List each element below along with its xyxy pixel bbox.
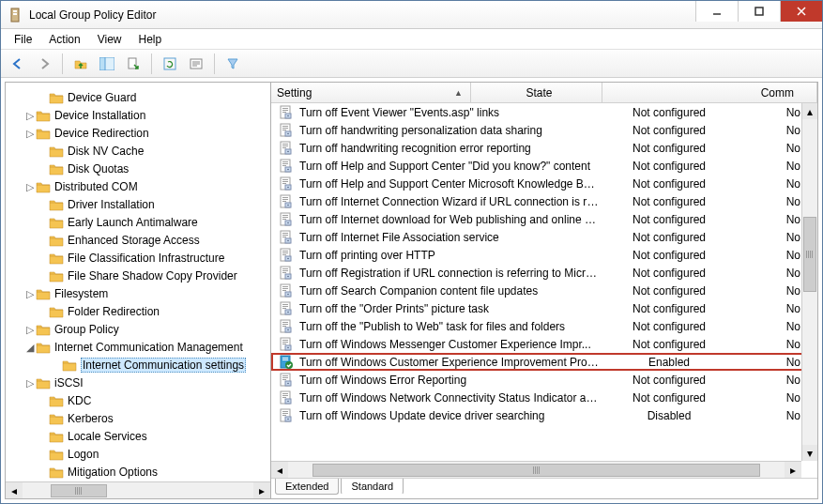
setting-state: Not configured xyxy=(600,374,731,387)
tree-item[interactable]: ▷Distributed COM xyxy=(6,177,270,195)
grid-row[interactable]: Turn off Event Viewer "Events.asp" links… xyxy=(271,103,817,121)
svg-rect-116 xyxy=(282,411,288,412)
tree-item[interactable]: ▷Filesystem xyxy=(6,284,270,302)
expand-toggle[interactable]: ▷ xyxy=(24,181,36,192)
back-button[interactable] xyxy=(7,53,29,75)
column-header-setting[interactable]: Setting▲ xyxy=(271,83,471,102)
tree-item[interactable]: KDC xyxy=(6,391,270,409)
grid-row[interactable]: Turn off the "Publish to Web" task for f… xyxy=(271,317,817,335)
scroll-left-button[interactable]: ◂ xyxy=(271,462,288,478)
export-list-button[interactable] xyxy=(122,53,145,75)
svg-point-120 xyxy=(287,418,289,420)
toolbar-separator xyxy=(151,53,152,74)
scroll-up-button[interactable]: ▴ xyxy=(802,103,817,119)
grid-row[interactable]: Turn off Windows Network Connectivity St… xyxy=(271,389,817,406)
grid-row[interactable]: Turn off Windows Error ReportingNot conf… xyxy=(271,371,817,389)
vertical-scrollbar[interactable]: ▴ ▾ xyxy=(801,103,817,461)
tree-item[interactable]: ▷Device Installation xyxy=(6,106,270,124)
scroll-thumb[interactable] xyxy=(312,464,759,477)
tree-item[interactable]: Folder Redirection xyxy=(6,302,270,320)
expand-toggle[interactable]: ▷ xyxy=(24,110,36,121)
tab-extended[interactable]: Extended xyxy=(275,479,339,495)
tree-item[interactable]: Early Launch Antimalware xyxy=(6,213,270,231)
setting-state: Not configured xyxy=(600,177,731,191)
expand-toggle[interactable]: ▷ xyxy=(24,324,36,335)
grid-row[interactable]: Turn off Registration if URL connection … xyxy=(271,264,817,282)
expand-toggle[interactable]: ◢ xyxy=(24,342,36,353)
tree-view[interactable]: Device Guard▷Device Installation▷Device … xyxy=(6,83,270,481)
grid-body[interactable]: Turn off Event Viewer "Events.asp" links… xyxy=(271,103,817,461)
close-button[interactable] xyxy=(780,1,822,22)
tree-item[interactable]: Disk NV Cache xyxy=(6,142,270,160)
policy-icon xyxy=(279,408,294,423)
tree-item[interactable]: ▷Group Policy xyxy=(6,320,270,338)
menu-file[interactable]: File xyxy=(7,31,39,48)
svg-rect-28 xyxy=(282,144,288,145)
tree-item[interactable]: Locale Services xyxy=(6,427,270,445)
tree-item[interactable]: Device Guard xyxy=(6,88,270,106)
grid-row[interactable]: Turn off handwriting recognition error r… xyxy=(271,139,817,157)
tree-item[interactable]: Mitigation Options xyxy=(6,463,270,481)
svg-rect-23 xyxy=(282,128,288,129)
menu-view[interactable]: View xyxy=(90,31,130,48)
menu-help[interactable]: Help xyxy=(131,31,170,48)
grid-row[interactable]: Turn off Windows Messenger Customer Expe… xyxy=(271,335,817,353)
scroll-right-button[interactable]: ▸ xyxy=(253,482,270,498)
folder-icon xyxy=(62,359,77,372)
expand-toggle[interactable]: ▷ xyxy=(24,288,36,299)
grid-row[interactable]: Turn off Help and Support Center Microso… xyxy=(271,175,817,192)
tree-item[interactable]: Disk Quotas xyxy=(6,160,270,177)
tab-standard[interactable]: Standard xyxy=(341,479,404,495)
grid-row[interactable]: Turn off Help and Support Center "Did yo… xyxy=(271,157,817,175)
scroll-thumb[interactable] xyxy=(51,484,107,497)
maximize-button[interactable] xyxy=(738,1,780,22)
grid-row[interactable]: Turn off Internet Connection Wizard if U… xyxy=(271,192,817,210)
scroll-left-button[interactable]: ◂ xyxy=(6,482,23,498)
scroll-down-button[interactable]: ▾ xyxy=(802,445,817,461)
refresh-button[interactable] xyxy=(159,53,181,75)
column-header-state[interactable]: State xyxy=(471,83,602,102)
expand-toggle[interactable]: ▷ xyxy=(24,128,36,139)
svg-rect-95 xyxy=(282,342,288,343)
svg-rect-47 xyxy=(282,199,288,200)
forward-button[interactable] xyxy=(33,53,55,75)
tree-item[interactable]: File Classification Infrastructure xyxy=(6,249,270,267)
tree-item[interactable]: Logon xyxy=(6,445,270,463)
column-header-comment[interactable]: Comm xyxy=(602,83,817,102)
tree-item[interactable]: Internet Communication settings xyxy=(6,356,270,374)
grid-row[interactable]: Turn off Internet File Association servi… xyxy=(271,228,817,246)
horizontal-scrollbar[interactable]: ◂ ▸ xyxy=(271,461,801,478)
properties-button[interactable] xyxy=(185,53,207,75)
tree-item[interactable]: ◢Internet Communication Management xyxy=(6,338,270,356)
tree-item[interactable]: Driver Installation xyxy=(6,195,270,213)
grid-row[interactable]: Turn off Windows Update device driver se… xyxy=(271,406,817,424)
svg-rect-24 xyxy=(282,130,286,130)
view-tabs: Extended Standard xyxy=(271,478,817,498)
grid-row[interactable]: Turn off Search Companion content file u… xyxy=(271,282,817,299)
scroll-right-button[interactable]: ▸ xyxy=(785,462,801,478)
tree-item[interactable]: File Share Shadow Copy Provider xyxy=(6,267,270,284)
menu-action[interactable]: Action xyxy=(41,31,87,48)
tree-item[interactable]: ▷iSCSI xyxy=(6,374,270,391)
up-button[interactable] xyxy=(69,53,92,75)
grid-row[interactable]: Turn off Internet download for Web publi… xyxy=(271,210,817,228)
scroll-thumb[interactable] xyxy=(803,217,816,292)
svg-rect-111 xyxy=(282,395,288,396)
minimize-button[interactable] xyxy=(695,1,738,22)
grid-row[interactable]: Turn off printing over HTTPNot configure… xyxy=(271,246,817,264)
tree-item[interactable]: Kerberos xyxy=(6,409,270,427)
expand-toggle[interactable]: ▷ xyxy=(24,377,36,389)
grid-row[interactable]: Turn off the "Order Prints" picture task… xyxy=(271,299,817,317)
tree-item[interactable]: Enhanced Storage Access xyxy=(6,231,270,249)
setting-state: Not configured xyxy=(600,338,731,351)
tree-horizontal-scrollbar[interactable]: ◂ ▸ xyxy=(6,481,270,498)
tree-item-label: File Classification Infrastructure xyxy=(68,252,224,265)
tree-item-label: Logon xyxy=(68,448,99,461)
show-hide-tree-button[interactable] xyxy=(96,53,118,75)
policy-icon xyxy=(279,319,294,334)
policy-icon xyxy=(279,355,294,370)
tree-item[interactable]: ▷Device Redirection xyxy=(6,124,270,142)
grid-row[interactable]: Turn off Windows Customer Experience Imp… xyxy=(271,353,817,371)
grid-row[interactable]: Turn off handwriting personalization dat… xyxy=(271,121,817,139)
filter-button[interactable] xyxy=(221,53,244,75)
